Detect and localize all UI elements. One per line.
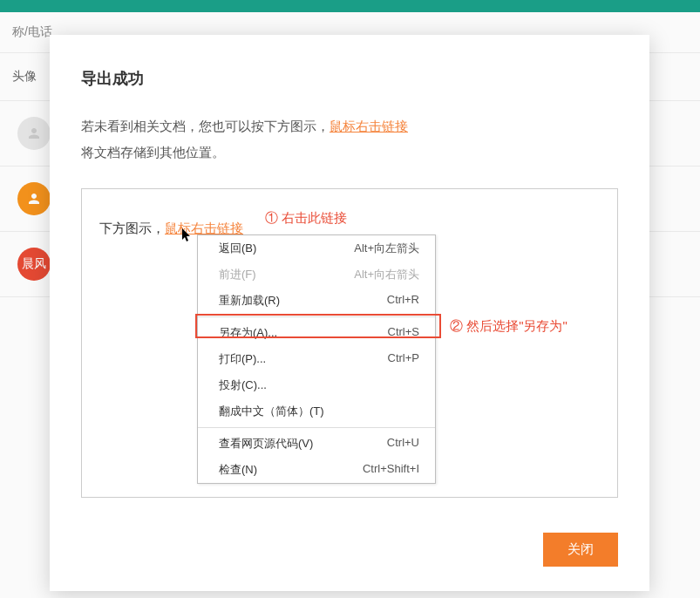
annotation-1: ① 右击此链接 xyxy=(265,210,347,227)
menu-separator xyxy=(198,427,435,428)
menu-label: 另存为(A)... xyxy=(219,325,277,341)
close-button[interactable]: 关闭 xyxy=(543,533,618,567)
desc-text: 若未看到相关文档，您也可以按下方图示， xyxy=(81,119,330,133)
modal-title: 导出成功 xyxy=(81,68,618,89)
menu-label: 前进(F) xyxy=(219,267,256,282)
top-teal-bar xyxy=(0,0,700,12)
menu-separator xyxy=(198,316,435,317)
menu-shortcut: Alt+向左箭头 xyxy=(354,241,419,256)
menu-label: 检查(N) xyxy=(219,462,257,478)
menu-shortcut: Ctrl+Shift+I xyxy=(363,462,419,478)
menu-item-cast: 投射(C)... xyxy=(198,372,435,398)
menu-item-translate: 翻成中文（简体）(T) xyxy=(198,398,435,425)
menu-item-reload: 重新加载(R) Ctrl+R xyxy=(198,288,435,314)
menu-shortcut: Ctrl+S xyxy=(388,325,419,341)
menu-item-save-as: 另存为(A)... Ctrl+S xyxy=(198,320,435,346)
menu-item-inspect: 检查(N) Ctrl+Shift+I xyxy=(198,457,435,483)
menu-shortcut: Ctrl+U xyxy=(387,436,419,452)
menu-label: 投射(C)... xyxy=(219,377,267,393)
menu-label: 查看网页源代码(V) xyxy=(219,436,313,452)
menu-item-forward: 前进(F) Alt+向右箭头 xyxy=(198,262,435,288)
menu-item-back: 返回(B) Alt+向左箭头 xyxy=(198,235,435,262)
modal-description: 若未看到相关文档，您也可以按下方图示，鼠标右击链接 将文档存储到其他位置。 xyxy=(81,113,618,166)
export-success-modal: 导出成功 若未看到相关文档，您也可以按下方图示，鼠标右击链接 将文档存储到其他位… xyxy=(50,35,649,591)
menu-shortcut: Ctrl+P xyxy=(388,351,419,367)
menu-label: 翻成中文（简体）(T) xyxy=(219,404,324,419)
menu-item-print: 打印(P)... Ctrl+P xyxy=(198,346,435,372)
instruction-illustration: 下方图示，鼠标右击链接 ① 右击此链接 返回(B) Alt+向左箭头 前进(F)… xyxy=(81,188,618,498)
context-menu: 返回(B) Alt+向左箭头 前进(F) Alt+向右箭头 重新加载(R) Ct… xyxy=(197,234,436,484)
illu-prefix: 下方图示， xyxy=(99,221,165,235)
illu-link-text: 鼠标右击链接 xyxy=(165,221,243,235)
menu-label: 返回(B) xyxy=(219,241,256,256)
menu-label: 重新加载(R) xyxy=(219,293,280,309)
right-click-link[interactable]: 鼠标右击链接 xyxy=(330,119,408,133)
menu-label: 打印(P)... xyxy=(219,351,266,367)
cursor-icon xyxy=(182,228,193,245)
annotation-2: ② 然后选择"另存为" xyxy=(450,318,567,335)
desc-text-line2: 将文档存储到其他位置。 xyxy=(81,145,225,160)
modal-footer: 关闭 xyxy=(543,533,618,567)
menu-shortcut: Alt+向右箭头 xyxy=(354,267,419,282)
menu-shortcut: Ctrl+R xyxy=(387,293,419,309)
menu-item-view-source: 查看网页源代码(V) Ctrl+U xyxy=(198,431,435,457)
